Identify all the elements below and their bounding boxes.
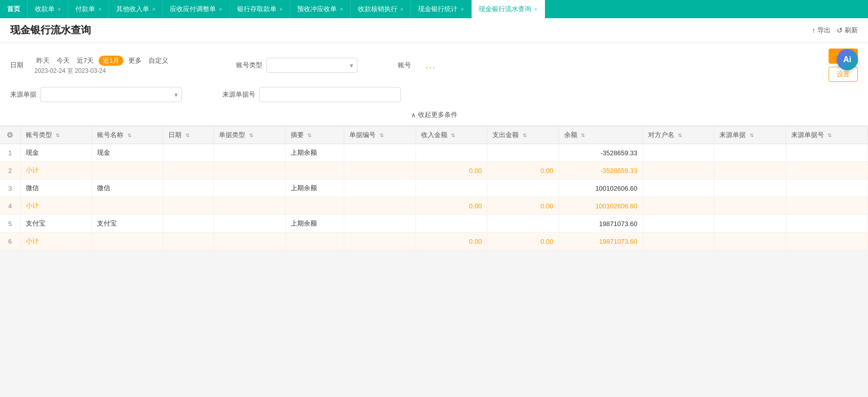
table-cell: 19871073.60 bbox=[559, 233, 643, 250]
close-icon[interactable]: × bbox=[534, 6, 537, 12]
export-button[interactable]: ↑ 导出 bbox=[812, 26, 831, 35]
close-icon[interactable]: × bbox=[58, 6, 61, 12]
table-cell bbox=[344, 180, 416, 197]
table-cell bbox=[786, 197, 867, 215]
table-cell: 0.00 bbox=[487, 197, 559, 215]
table-cell: 现金 bbox=[92, 144, 163, 162]
shortcut-yesterday[interactable]: 昨天 bbox=[34, 56, 52, 66]
table-cell bbox=[416, 144, 487, 162]
col-doc-no[interactable]: 单据编号 ⇅ bbox=[344, 126, 416, 144]
col-counterparty[interactable]: 对方户名 ⇅ bbox=[643, 126, 714, 144]
sort-icon: ⇅ bbox=[307, 133, 311, 138]
table-cell bbox=[786, 233, 867, 250]
close-icon[interactable]: × bbox=[400, 6, 403, 12]
nav-tab-adjustment[interactable]: 应收应付调整单 × bbox=[163, 0, 230, 18]
table-row: 5支付宝支付宝上期余额19871073.60 bbox=[0, 215, 868, 233]
source-doc-select[interactable] bbox=[40, 87, 182, 102]
ai-badge[interactable]: Ai bbox=[837, 49, 858, 70]
table-cell bbox=[92, 162, 163, 180]
filter-area: 日期 昨天 今天 近7天 近1月 更多 自定义 2023-02-24 至 202… bbox=[0, 42, 868, 126]
account-type-filter-col: 账号类型 现金 微信 支付宝 ▾ bbox=[236, 58, 357, 73]
table-cell: 小计 bbox=[20, 233, 92, 250]
table-cell bbox=[285, 233, 344, 250]
table-cell bbox=[285, 197, 344, 215]
date-shortcuts: 昨天 今天 近7天 近1月 更多 自定义 bbox=[34, 56, 170, 66]
nav-tab-stats[interactable]: 现金银行统计 × bbox=[411, 0, 471, 18]
close-icon[interactable]: × bbox=[461, 6, 464, 12]
sort-icon: ⇅ bbox=[451, 133, 455, 138]
col-gear[interactable]: ⚙ bbox=[0, 126, 20, 144]
table-cell bbox=[344, 144, 416, 162]
close-icon[interactable]: × bbox=[152, 6, 155, 12]
table-cell bbox=[344, 215, 416, 233]
nav-tab-cashflow[interactable]: 现金银行流水查询 × bbox=[472, 0, 545, 18]
table-cell bbox=[714, 144, 786, 162]
date-filter-col: 日期 昨天 今天 近7天 近1月 更多 自定义 2023-02-24 至 202… bbox=[10, 56, 175, 75]
gear-icon: ⚙ bbox=[7, 130, 13, 139]
table-cell: 现金 bbox=[20, 144, 92, 162]
table-cell: 微信 bbox=[92, 180, 163, 197]
nav-tab-payments[interactable]: 付款单 × bbox=[68, 0, 109, 18]
table-cell bbox=[214, 144, 285, 162]
source-doc-no-input[interactable] bbox=[259, 87, 401, 102]
table-cell: 0.00 bbox=[416, 162, 487, 180]
table-cell: 0.00 bbox=[416, 197, 487, 215]
col-date[interactable]: 日期 ⇅ bbox=[163, 126, 214, 144]
table-cell bbox=[487, 180, 559, 197]
table-container: ⚙ 账号类型 ⇅ 账号名称 ⇅ 日期 ⇅ 单据类型 ⇅ bbox=[0, 126, 868, 250]
table-cell bbox=[214, 180, 285, 197]
shortcut-1month[interactable]: 近1月 bbox=[99, 56, 123, 66]
table-row: 1现金现金上期余额-3528659.33 bbox=[0, 144, 868, 162]
account-type-select-wrapper: 现金 微信 支付宝 ▾ bbox=[266, 58, 357, 73]
col-account-type[interactable]: 账号类型 ⇅ bbox=[20, 126, 92, 144]
col-doc-type[interactable]: 单据类型 ⇅ bbox=[214, 126, 285, 144]
date-label: 日期 bbox=[10, 61, 30, 70]
col-account-name[interactable]: 账号名称 ⇅ bbox=[92, 126, 163, 144]
col-summary[interactable]: 摘要 ⇅ bbox=[285, 126, 344, 144]
top-nav: 首页 收款单 × 付款单 × 其他收入单 × 应收应付调整单 × 银行存取款单 … bbox=[0, 0, 868, 18]
table-cell: 上期余额 bbox=[285, 144, 344, 162]
table-cell: 4 bbox=[0, 197, 20, 215]
close-icon[interactable]: × bbox=[340, 6, 343, 12]
table-cell bbox=[163, 233, 214, 250]
table-cell bbox=[487, 215, 559, 233]
table-cell bbox=[163, 144, 214, 162]
table-cell bbox=[416, 180, 487, 197]
nav-tab-verify[interactable]: 收款核销执行 × bbox=[351, 0, 411, 18]
collapse-bar[interactable]: ∧ 收起更多条件 bbox=[10, 107, 858, 121]
filter-row-2: 来源单据 ▾ 来源单据号 bbox=[10, 87, 858, 102]
nav-tab-receipts[interactable]: 收款单 × bbox=[28, 0, 68, 18]
shortcut-custom[interactable]: 自定义 bbox=[147, 56, 170, 66]
table-cell bbox=[92, 233, 163, 250]
table-cell: 支付宝 bbox=[92, 215, 163, 233]
col-income[interactable]: 收入金额 ⇅ bbox=[416, 126, 487, 144]
close-icon[interactable]: × bbox=[280, 6, 283, 12]
account-label: 账号 bbox=[398, 61, 418, 70]
refresh-button[interactable]: ↺ 刷新 bbox=[837, 26, 858, 35]
close-icon[interactable]: × bbox=[98, 6, 101, 12]
table-cell bbox=[163, 197, 214, 215]
table-cell bbox=[416, 215, 487, 233]
shortcut-today[interactable]: 今天 bbox=[55, 56, 72, 66]
close-icon[interactable]: × bbox=[219, 6, 222, 12]
col-source-doc-no[interactable]: 来源单据号 ⇅ bbox=[786, 126, 867, 144]
table-cell: 6 bbox=[0, 233, 20, 250]
shortcut-more[interactable]: 更多 bbox=[126, 56, 144, 66]
date-range-text: 2023-02-24 至 2023-03-24 bbox=[34, 67, 175, 75]
nav-tab-other-income[interactable]: 其他收入单 × bbox=[109, 0, 163, 18]
table-cell bbox=[786, 180, 867, 197]
account-type-select[interactable]: 现金 微信 支付宝 bbox=[266, 58, 357, 73]
col-expense[interactable]: 支出金额 ⇅ bbox=[487, 126, 559, 144]
col-balance[interactable]: 余额 ⇅ bbox=[559, 126, 643, 144]
table-cell bbox=[714, 215, 786, 233]
account-picker-button[interactable]: ... bbox=[422, 60, 439, 71]
shortcut-7days[interactable]: 近7天 bbox=[75, 56, 96, 66]
table-cell bbox=[214, 215, 285, 233]
nav-tab-prepay[interactable]: 预收冲应收单 × bbox=[290, 0, 350, 18]
col-source-doc[interactable]: 来源单据 ⇅ bbox=[714, 126, 786, 144]
table-cell bbox=[214, 162, 285, 180]
table-cell bbox=[92, 197, 163, 215]
table-cell bbox=[643, 233, 714, 250]
nav-home[interactable]: 首页 bbox=[0, 0, 28, 18]
nav-tab-bank-deposit[interactable]: 银行存取款单 × bbox=[230, 0, 290, 18]
